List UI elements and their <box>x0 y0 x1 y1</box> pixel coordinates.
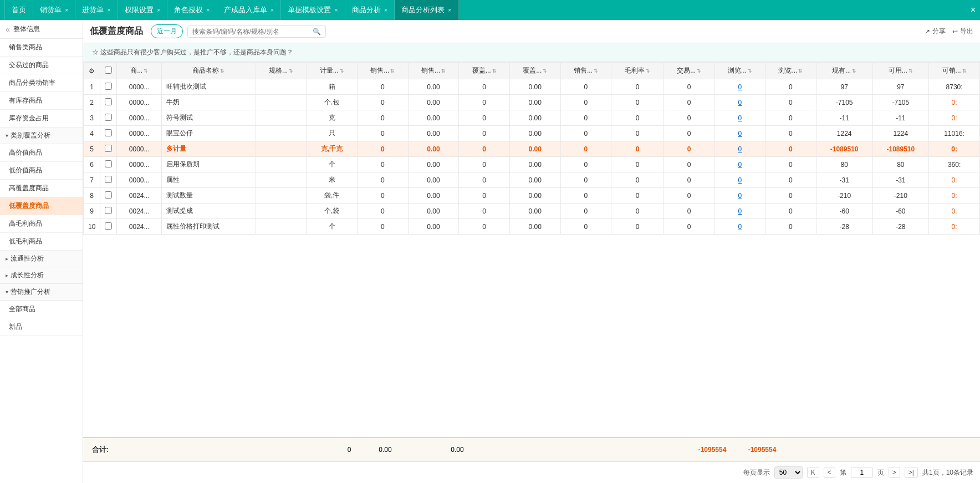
page-input[interactable] <box>851 467 873 478</box>
close-icon[interactable]: × <box>270 7 274 13</box>
col-gross-margin[interactable]: 毛利率⇅ <box>611 63 664 79</box>
export-button[interactable]: ↩ 导出 <box>952 27 973 36</box>
row-checkbox[interactable] <box>100 126 117 141</box>
sidebar-item-category-rate[interactable]: 商品分类动销率 <box>0 74 83 92</box>
col-code[interactable]: 商...⇅ <box>117 63 162 79</box>
sidebar-group-flow[interactable]: ▸ 流通性分析 <box>0 251 83 267</box>
row-name[interactable]: 旺辅批次测试 <box>162 79 256 95</box>
sidebar-item-stock-capital[interactable]: 库存资金占用 <box>0 110 83 128</box>
table-wrapper[interactable]: ⚙ 商...⇅ 商品名称⇅ 规格...⇅ 计量...⇅ 销售...⇅ 销售...… <box>83 62 980 437</box>
sidebar-item-low-value[interactable]: 低价值商品 <box>0 162 83 180</box>
nav-tab-template[interactable]: 单据模板设置 × <box>281 0 345 20</box>
sidebar-item-high-margin[interactable]: 高毛利商品 <box>0 215 83 233</box>
col-view2[interactable]: 浏览...⇅ <box>765 63 816 79</box>
col-name[interactable]: 商品名称⇅ <box>162 63 256 79</box>
row-name[interactable]: 属性 <box>162 172 256 188</box>
nav-tab-purchase[interactable]: 进货单 × <box>75 0 118 20</box>
prev-page-button[interactable]: < <box>824 467 835 478</box>
nav-tab-home[interactable]: 首页 <box>4 0 33 20</box>
last-page-button[interactable]: >| <box>905 467 918 478</box>
sidebar-header[interactable]: « 整体信息 <box>0 20 83 39</box>
nav-tab-analysis-list[interactable]: 商品分析列表 × <box>395 0 458 20</box>
close-all-button[interactable]: × <box>971 5 976 15</box>
close-icon[interactable]: × <box>157 7 160 13</box>
row-checkbox[interactable] <box>100 141 117 157</box>
row-view1[interactable]: 0 <box>714 157 765 172</box>
sidebar-item-stock-goods[interactable]: 有库存商品 <box>0 92 83 110</box>
col-available-stock[interactable]: 可用...⇅ <box>872 63 929 79</box>
nav-tab-analysis[interactable]: 商品分析 × <box>345 0 395 20</box>
col-coverage1[interactable]: 覆盖...⇅ <box>459 63 510 79</box>
view-link[interactable]: 0 <box>738 223 742 231</box>
col-sales-count[interactable]: 销售...⇅ <box>560 63 611 79</box>
row-checkbox[interactable] <box>100 188 117 204</box>
row-checkbox[interactable] <box>100 219 117 235</box>
close-icon[interactable]: × <box>65 7 68 13</box>
close-icon[interactable]: × <box>384 7 387 13</box>
row-name[interactable]: 眼宝公仔 <box>162 126 256 141</box>
col-unit[interactable]: 计量...⇅ <box>307 63 358 79</box>
row-checkbox[interactable] <box>100 95 117 110</box>
sidebar-item-low-margin[interactable]: 低毛利商品 <box>0 233 83 251</box>
col-current-stock[interactable]: 现有...⇅ <box>816 63 872 79</box>
col-view1[interactable]: 浏览...⇅ <box>714 63 765 79</box>
search-input[interactable] <box>192 28 313 35</box>
sidebar-item-all-goods[interactable]: 全部商品 <box>0 301 83 318</box>
view-link[interactable]: 0 <box>738 99 742 106</box>
sidebar-item-low-coverage[interactable]: 低覆盖度商品 <box>0 197 83 215</box>
sidebar-item-new-goods[interactable]: 新品 <box>0 318 83 336</box>
time-filter-button[interactable]: 近一月 <box>151 24 183 38</box>
nav-tab-sales[interactable]: 销货单 × <box>33 0 75 20</box>
close-icon[interactable]: × <box>206 7 210 13</box>
first-page-button[interactable]: K <box>807 467 819 478</box>
view-link[interactable]: 0 <box>738 130 742 138</box>
view-link[interactable]: 0 <box>738 145 742 153</box>
select-all-checkbox[interactable] <box>105 67 112 74</box>
row-view1[interactable]: 0 <box>714 95 765 110</box>
col-settings[interactable]: ⚙ <box>84 63 100 79</box>
row-view1[interactable]: 0 <box>714 141 765 157</box>
row-name[interactable]: 牛奶 <box>162 95 256 110</box>
view-link[interactable]: 0 <box>738 114 742 122</box>
share-button[interactable]: ↗ 分享 <box>925 27 946 36</box>
col-spec[interactable]: 规格...⇅ <box>256 63 307 79</box>
row-name[interactable]: 测试数量 <box>162 188 256 204</box>
row-name[interactable]: 测试提成 <box>162 204 256 219</box>
sidebar-item-sales-goods[interactable]: 销售类商品 <box>0 39 83 57</box>
col-checkbox[interactable] <box>100 63 117 79</box>
view-link[interactable]: 0 <box>738 83 742 91</box>
col-sales-qty[interactable]: 销售...⇅ <box>358 63 409 79</box>
close-icon[interactable]: × <box>107 7 110 13</box>
col-coverage2[interactable]: 覆盖...⇅ <box>509 63 560 79</box>
view-link[interactable]: 0 <box>738 192 742 200</box>
sidebar-item-traded-goods[interactable]: 交易过的商品 <box>0 57 83 74</box>
sidebar-item-high-coverage[interactable]: 高覆盖度商品 <box>0 180 83 197</box>
row-checkbox[interactable] <box>100 204 117 219</box>
row-checkbox[interactable] <box>100 172 117 188</box>
sidebar-item-high-value[interactable]: 高价值商品 <box>0 144 83 162</box>
row-checkbox[interactable] <box>100 110 117 126</box>
nav-tab-permission[interactable]: 权限设置 × <box>118 0 167 20</box>
sidebar-group-category[interactable]: ▾ 类别覆盖分析 <box>0 128 83 144</box>
nav-tab-product-in[interactable]: 产成品入库单 × <box>217 0 281 20</box>
next-page-button[interactable]: > <box>889 467 900 478</box>
search-icon[interactable]: 🔍 <box>313 28 321 35</box>
row-view1[interactable]: 0 <box>714 219 765 235</box>
close-icon[interactable]: × <box>334 7 338 13</box>
per-page-select[interactable]: 50 20 100 <box>774 466 803 479</box>
row-view1[interactable]: 0 <box>714 188 765 204</box>
col-trade[interactable]: 交易...⇅ <box>663 63 714 79</box>
row-name[interactable]: 启用保质期 <box>162 157 256 172</box>
sidebar-group-marketing[interactable]: ▾ 营销推广分析 <box>0 284 83 301</box>
row-view1[interactable]: 0 <box>714 126 765 141</box>
sidebar-group-growth[interactable]: ▸ 成长性分析 <box>0 267 83 284</box>
row-name[interactable]: 属性价格打印测试 <box>162 219 256 235</box>
row-view1[interactable]: 0 <box>714 204 765 219</box>
view-link[interactable]: 0 <box>738 207 742 215</box>
nav-tab-role[interactable]: 角色授权 × <box>167 0 217 20</box>
view-link[interactable]: 0 <box>738 161 742 169</box>
row-name[interactable]: 符号测试 <box>162 110 256 126</box>
close-icon[interactable]: × <box>448 7 451 13</box>
row-view1[interactable]: 0 <box>714 172 765 188</box>
col-saleable[interactable]: 可销...⇅ <box>929 63 980 79</box>
